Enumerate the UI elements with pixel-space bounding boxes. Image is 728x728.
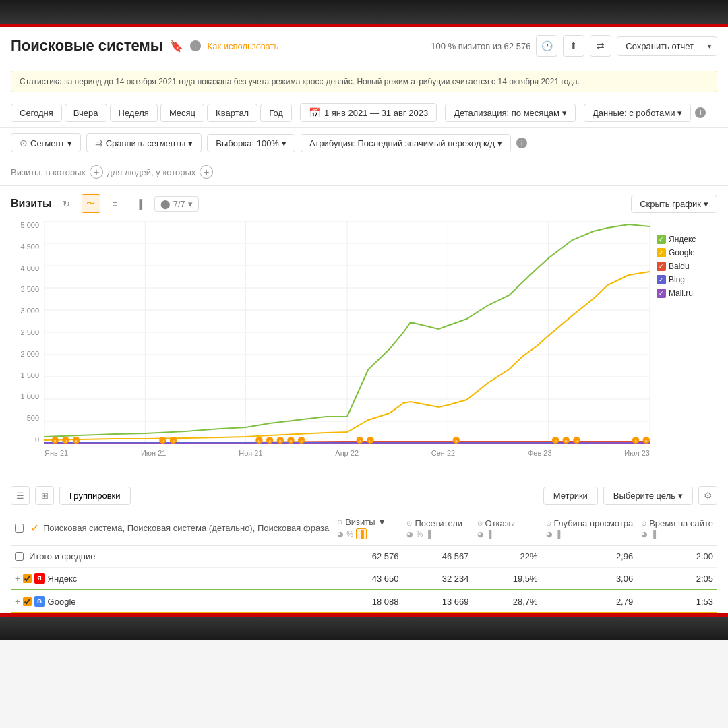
th-visitors-pct-icon[interactable]: % bbox=[416, 530, 423, 538]
th-depth[interactable]: ⊙ Глубина просмотра ◕ ▐ bbox=[542, 512, 638, 545]
y-label-3500: 3 500 bbox=[20, 285, 39, 293]
th-time-pie-icon[interactable]: ◕ bbox=[641, 530, 648, 539]
total-label-cell: Итого и средние bbox=[11, 545, 333, 568]
th-time-bar-icon[interactable]: ▐ bbox=[650, 530, 656, 538]
bookmark-icon[interactable]: 🔖 bbox=[170, 40, 183, 53]
chart-stack-btn[interactable]: ≡ bbox=[106, 194, 125, 213]
period-yesterday-btn[interactable]: Вчера bbox=[65, 104, 107, 122]
chart-count-btn[interactable]: ⬤ 7/7 ▾ bbox=[154, 196, 199, 212]
date-range-label: 1 янв 2021 — 31 авг 2023 bbox=[324, 108, 428, 118]
x-label-jan21: Янв 21 bbox=[44, 449, 68, 457]
th-visits-pct-icon[interactable]: % bbox=[346, 530, 353, 538]
table-list-view-btn[interactable]: ☰ bbox=[11, 486, 30, 505]
chart-bar-btn[interactable]: ▐ bbox=[130, 194, 149, 213]
visits-filter-prefix: Визиты, в которых bbox=[11, 167, 86, 177]
page-title: Поисковые системы bbox=[11, 37, 163, 55]
yandex-expand-btn[interactable]: + bbox=[15, 574, 20, 584]
th-bounces[interactable]: ⊙ Отказы ◕ ▐ bbox=[473, 512, 542, 545]
th-visits[interactable]: ⊙ Визиты ▼ ◕ % ▐ bbox=[333, 512, 402, 545]
table-row: + Я Яндекс 43 650 32 234 19,5% 3,06 2:05 bbox=[11, 568, 717, 590]
detail-btn[interactable]: Детализация: по месяцам ▾ bbox=[445, 104, 576, 122]
th-time[interactable]: ⊙ Время на сайте ◕ ▐ bbox=[637, 512, 717, 545]
period-today-btn[interactable]: Сегодня bbox=[11, 104, 62, 122]
attribution-info-icon[interactable]: i bbox=[516, 138, 527, 148]
y-label-4500: 4 500 bbox=[20, 243, 39, 251]
attribution-btn[interactable]: Атрибуция: Последний значимый переход к/… bbox=[301, 134, 511, 152]
svg-text:н: н bbox=[359, 439, 361, 443]
attribution-label: Атрибуция: Последний значимый переход к/… bbox=[309, 138, 495, 148]
history-icon-btn[interactable]: 🕐 bbox=[536, 35, 557, 57]
info-icon[interactable]: i bbox=[190, 40, 201, 51]
segment-btn[interactable]: ⊙ Сегмент ▾ bbox=[11, 133, 81, 152]
th-depth-circle: ⊙ bbox=[546, 520, 551, 527]
header-row: Поисковые системы 🔖 i Как использовать 1… bbox=[0, 27, 728, 65]
chart-refresh-btn[interactable]: ↻ bbox=[57, 194, 76, 213]
total-time-cell: 2:00 bbox=[637, 545, 717, 568]
google-engine-icon: G bbox=[34, 596, 45, 607]
save-btn-arrow-icon[interactable]: ▾ bbox=[702, 38, 717, 54]
svg-text:н: н bbox=[635, 439, 637, 443]
detail-label: Детализация: по месяцам bbox=[454, 108, 559, 118]
svg-text:н: н bbox=[576, 439, 578, 443]
add-people-condition-btn[interactable]: + bbox=[200, 165, 213, 179]
yandex-row-checkbox[interactable] bbox=[23, 574, 32, 583]
chart-count-chevron: ▾ bbox=[188, 199, 193, 209]
table-grid-view-btn[interactable]: ⊞ bbox=[35, 486, 54, 505]
google-time-cell: 1:53 bbox=[637, 590, 717, 613]
table-toolbar: ☰ ⊞ Группировки Метрики Выберите цель ▾ … bbox=[11, 479, 717, 512]
th-depth-pie-icon[interactable]: ◕ bbox=[546, 530, 553, 539]
table-row: + G Google 18 088 13 669 28,7% 2,79 1:53 bbox=[11, 590, 717, 613]
google-row-checkbox[interactable] bbox=[23, 597, 32, 606]
y-label-5000: 5 000 bbox=[20, 221, 39, 229]
groupings-btn[interactable]: Группировки bbox=[59, 487, 131, 505]
compare-segments-btn[interactable]: ⇉ Сравнить сегменты ▾ bbox=[86, 133, 202, 152]
total-row-checkbox[interactable] bbox=[15, 552, 24, 561]
hide-chart-btn[interactable]: Скрыть график ▾ bbox=[631, 195, 717, 213]
th-dimension: ✓ Поисковая система, Поисковая система (… bbox=[11, 512, 333, 545]
data-info-icon[interactable]: i bbox=[695, 107, 706, 118]
chart-area: н н н н н н н н bbox=[44, 221, 650, 444]
y-label-2000: 2 000 bbox=[20, 350, 39, 358]
google-expand-btn[interactable]: + bbox=[15, 597, 20, 607]
th-bounces-pie-icon[interactable]: ◕ bbox=[477, 530, 484, 539]
yandex-visitors-cell: 32 234 bbox=[402, 568, 473, 590]
bottom-red-bar bbox=[0, 613, 728, 617]
period-quarter-btn[interactable]: Квартал bbox=[207, 104, 257, 122]
chart-toolbar: Визиты ↻ 〜 ≡ ▐ ⬤ 7/7 ▾ Скрыть график ▾ bbox=[11, 194, 717, 213]
metrics-btn[interactable]: Метрики bbox=[543, 487, 598, 505]
th-visits-bar-icon[interactable]: ▐ bbox=[356, 528, 367, 539]
period-year-btn[interactable]: Год bbox=[260, 104, 292, 122]
th-depth-bar-icon[interactable]: ▐ bbox=[555, 530, 561, 538]
save-report-btn[interactable]: Сохранить отчет ▾ bbox=[617, 36, 717, 56]
date-range-btn[interactable]: 📅 1 янв 2021 — 31 авг 2023 bbox=[300, 103, 437, 122]
period-month-btn[interactable]: Месяц bbox=[160, 104, 204, 122]
add-visits-condition-btn[interactable]: + bbox=[90, 165, 103, 179]
th-bounces-bar-icon[interactable]: ▐ bbox=[487, 530, 492, 538]
period-week-btn[interactable]: Неделя bbox=[110, 104, 158, 122]
legend-yandex-label: Яндекс bbox=[669, 235, 696, 244]
chart-line-btn[interactable]: 〜 bbox=[82, 194, 100, 213]
th-visits-circle: ⊙ bbox=[337, 518, 342, 526]
th-visits-pie-icon[interactable]: ◕ bbox=[337, 530, 344, 539]
th-visitors-bar-icon[interactable]: ▐ bbox=[425, 530, 431, 538]
legend-baidu: ✓ Baidu bbox=[657, 262, 717, 271]
data-robots-btn[interactable]: Данные: с роботами ▾ bbox=[584, 104, 691, 122]
chart-section: Визиты ↻ 〜 ≡ ▐ ⬤ 7/7 ▾ Скрыть график ▾ 5… bbox=[0, 186, 728, 479]
settings-gear-btn[interactable]: ⚙ bbox=[698, 486, 717, 505]
sample-btn[interactable]: Выборка: 100% ▾ bbox=[207, 134, 295, 152]
period-row: Сегодня Вчера Неделя Месяц Квартал Год 📅… bbox=[0, 98, 728, 128]
select-all-checkbox[interactable] bbox=[15, 524, 24, 533]
th-bounces-circle: ⊙ bbox=[477, 520, 483, 527]
goal-btn[interactable]: Выберите цель ▾ bbox=[603, 487, 693, 505]
th-visitors-pie-icon[interactable]: ◕ bbox=[406, 530, 413, 539]
share-icon-btn[interactable]: ⬆ bbox=[563, 35, 584, 57]
svg-text:н: н bbox=[301, 439, 303, 443]
th-visitors[interactable]: ⊙ Посетители ◕ % ▐ bbox=[402, 512, 473, 545]
total-visits-cell: 62 576 bbox=[333, 545, 402, 568]
segment-label: Сегмент bbox=[30, 138, 65, 148]
google-visits-cell: 18 088 bbox=[333, 590, 402, 613]
legend-bing-label: Bing bbox=[669, 275, 685, 284]
y-label-4000: 4 000 bbox=[20, 264, 39, 272]
how-to-link[interactable]: Как использовать bbox=[208, 41, 279, 51]
compare-icon-btn[interactable]: ⇄ bbox=[590, 35, 611, 57]
